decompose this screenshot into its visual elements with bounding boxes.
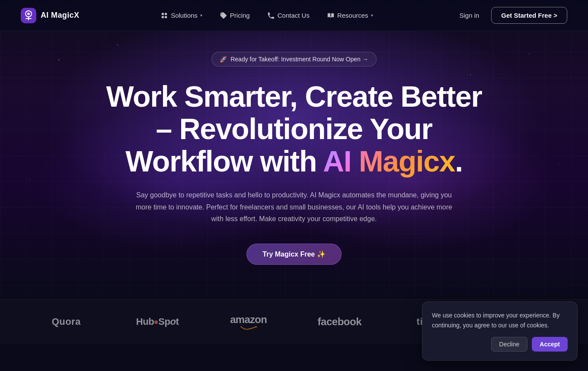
cookie-message: We use cookies to improve your experienc… — [432, 311, 568, 330]
hubspot-dot — [154, 320, 158, 324]
grid-icon — [160, 12, 168, 19]
phone-icon — [267, 12, 275, 19]
hero-content: 🚀 Ready for Takeoff: Investment Round No… — [106, 52, 482, 265]
brand-hubspot: HubSpot — [112, 316, 203, 327]
nav-contact[interactable]: Contact Us — [260, 8, 316, 23]
decline-button[interactable]: Decline — [491, 337, 528, 352]
hero-title-line3: Workflow with AI Magicx. — [125, 145, 463, 178]
announcement-badge[interactable]: 🚀 Ready for Takeoff: Investment Round No… — [211, 52, 377, 67]
logo-text: AI MagicX — [41, 11, 79, 20]
nav-links: Solutions ▾ Pricing Contact Us Resources… — [153, 8, 380, 23]
navbar: AI MagicX Solutions ▾ Pricing Contact Us — [0, 0, 588, 31]
brand-quora: Quora — [21, 316, 112, 327]
hero-title-magicx: Magicx — [359, 145, 455, 178]
logo[interactable]: AI MagicX — [21, 8, 79, 23]
amazon-logo: amazon — [230, 314, 267, 330]
svg-point-2 — [27, 13, 30, 15]
facebook-logo: facebook — [318, 316, 362, 328]
rocket-icon: 🚀 — [220, 56, 227, 63]
quora-logo: Quora — [52, 316, 81, 327]
brand-facebook: facebook — [294, 316, 385, 328]
nav-solutions[interactable]: Solutions ▾ — [153, 8, 209, 23]
cookie-banner: We use cookies to improve your experienc… — [422, 301, 578, 361]
nav-right: Sign in Get Started Free > — [454, 7, 567, 24]
accept-button[interactable]: Accept — [532, 337, 568, 352]
logo-icon — [21, 8, 36, 23]
amazon-smile-icon — [240, 326, 257, 330]
get-started-button[interactable]: Get Started Free > — [491, 7, 567, 24]
hero-title-ai: AI — [323, 145, 351, 178]
hero-subtitle: Say goodbye to repetitive tasks and hell… — [130, 189, 458, 225]
cookie-actions: Decline Accept — [432, 337, 568, 352]
brand-amazon: amazon — [203, 314, 294, 330]
sign-in-button[interactable]: Sign in — [454, 8, 484, 22]
hero-section: 🚀 Ready for Takeoff: Investment Round No… — [0, 0, 588, 299]
nav-resources[interactable]: Resources ▾ — [320, 8, 380, 23]
hero-title: Work Smarter, Create Better – Revolution… — [106, 80, 482, 177]
hubspot-logo: HubSpot — [136, 316, 179, 327]
svg-rect-0 — [21, 8, 36, 23]
chevron-down-icon-resources: ▾ — [371, 13, 373, 18]
tag-icon — [220, 12, 227, 19]
chevron-down-icon: ▾ — [200, 13, 202, 18]
book-icon — [327, 12, 335, 19]
hero-title-line1: Work Smarter, Create Better — [106, 80, 482, 113]
hero-title-line2: – Revolutionize Your — [156, 112, 432, 145]
try-magicx-button[interactable]: Try Magicx Free ✨ — [246, 244, 341, 265]
nav-pricing[interactable]: Pricing — [213, 8, 257, 23]
